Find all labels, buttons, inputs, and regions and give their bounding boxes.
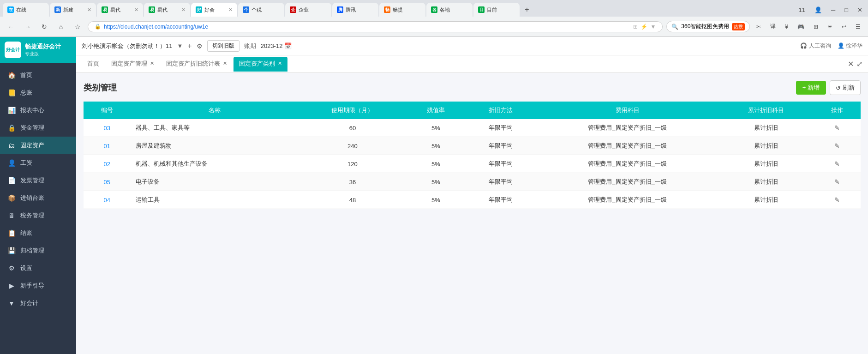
- sidebar-item-settings[interactable]: ⚙ 设置: [0, 259, 76, 277]
- nav-icon-reports: 📊: [7, 106, 16, 114]
- sidebar-logo: 好会计 畅捷通好会计 专业版: [0, 37, 76, 63]
- sidebar-item-more[interactable]: ▼ 好会计: [0, 294, 76, 312]
- dropdown-arrow[interactable]: ▼: [177, 42, 183, 49]
- edit-btn-0[interactable]: ✎: [834, 124, 840, 132]
- star-btn[interactable]: ☆: [71, 20, 84, 33]
- tab-title: 企业: [299, 6, 327, 13]
- nav-label-guide: 新手引导: [20, 282, 44, 290]
- nav-icon-fixed-assets: 🗂: [7, 141, 16, 150]
- cell-expense-2: 管理费用_固定资产折旧_一级: [536, 155, 718, 173]
- cell-edit-3[interactable]: ✎: [814, 173, 861, 191]
- browser-tab-tab7[interactable]: 企 企业: [285, 3, 331, 17]
- browser-tab-tab11[interactable]: 目 目前: [473, 3, 520, 17]
- edit-btn-4[interactable]: ✎: [834, 196, 840, 204]
- search-icon: 🔍: [671, 24, 678, 30]
- undo-tool[interactable]: ↩: [839, 23, 849, 31]
- sidebar-item-reports[interactable]: 📊 报表中心: [0, 102, 76, 119]
- page-tab-label-home: 首页: [87, 60, 99, 68]
- cell-edit-4[interactable]: ✎: [814, 191, 861, 209]
- cell-edit-0[interactable]: ✎: [814, 119, 861, 137]
- tab-close-icon[interactable]: ✕: [181, 7, 186, 13]
- user-avatar[interactable]: 👤 徐泽华: [838, 42, 862, 50]
- settings-gear-icon[interactable]: ⚙: [197, 42, 203, 50]
- menu-tool[interactable]: ☰: [853, 23, 863, 31]
- translate-tool[interactable]: 译: [767, 22, 778, 31]
- edit-btn-2[interactable]: ✎: [834, 160, 840, 168]
- cell-edit-1[interactable]: ✎: [814, 137, 861, 155]
- minimize-btn[interactable]: ─: [828, 6, 838, 14]
- tab-close-icon[interactable]: ✕: [87, 7, 91, 13]
- browser-tab-tab9[interactable]: 畅 畅提: [379, 3, 425, 17]
- cell-id-3[interactable]: 05: [84, 173, 130, 191]
- add-account-btn[interactable]: +: [187, 42, 192, 50]
- home-btn[interactable]: ⌂: [54, 20, 67, 33]
- cell-id-4[interactable]: 04: [84, 191, 130, 209]
- browser-tab-tab3[interactable]: 易 易代 ✕: [97, 3, 143, 17]
- add-button[interactable]: + 新增: [796, 81, 826, 95]
- table-row: 02 机器、机械和其他生产设备 120 5% 年限平均 管理费用_固定资产折旧_…: [84, 155, 861, 173]
- grid-tool[interactable]: ⊞: [811, 23, 821, 31]
- sidebar-item-payroll[interactable]: 👤 工资: [0, 154, 76, 172]
- sidebar-item-guide[interactable]: ▶ 新手引导: [0, 277, 76, 294]
- page-tab-depreciation-table[interactable]: 固定资产折旧统计表 ✕: [161, 57, 233, 72]
- close-window-icon[interactable]: ✕: [848, 60, 854, 68]
- page-tab-fixed-asset-mgmt[interactable]: 固定资产管理 ✕: [106, 57, 160, 72]
- sidebar-item-inventory[interactable]: 📦 进销台账: [0, 189, 76, 207]
- page-tab-close-depreciation-table[interactable]: ✕: [223, 60, 227, 66]
- tab-close-icon[interactable]: ✕: [228, 7, 233, 13]
- browser-tab-tab2[interactable]: 新 新建 ✕: [50, 3, 96, 17]
- scissor-tool[interactable]: ✂: [754, 23, 764, 31]
- sidebar-item-tax-mgmt[interactable]: 🖥 税务管理: [0, 207, 76, 224]
- edit-btn-3[interactable]: ✎: [834, 178, 840, 186]
- cell-id-1[interactable]: 01: [84, 137, 130, 155]
- nav-label-more: 好会计: [20, 299, 38, 307]
- forward-btn[interactable]: →: [21, 20, 34, 33]
- page-tab-asset-category[interactable]: 固定资产类别 ✕: [233, 57, 287, 72]
- sidebar-item-fund-mgmt[interactable]: 🔒 资金管理: [0, 119, 76, 137]
- page-tab-close-asset-category[interactable]: ✕: [278, 60, 282, 66]
- sidebar-item-general-ledger[interactable]: 📒 总账: [0, 84, 76, 102]
- currency-tool[interactable]: ¥: [782, 23, 791, 31]
- sidebar-item-home[interactable]: 🏠 首页: [0, 66, 76, 84]
- calendar-icon[interactable]: 📅: [284, 42, 292, 49]
- page-tab-home[interactable]: 首页: [82, 57, 105, 72]
- tab-close-icon[interactable]: ✕: [134, 7, 138, 13]
- sidebar-nav: 🏠 首页 📒 总账 📊 报表中心 🔒 资金管理 🗂 固定资产 👤 工资 📄 发票…: [0, 63, 76, 354]
- new-tab-btn[interactable]: +: [521, 3, 533, 16]
- maximize-btn[interactable]: □: [842, 6, 851, 14]
- browser-tab-tab1[interactable]: 在 在线: [3, 3, 49, 17]
- tab-count-badge: 11: [796, 6, 808, 14]
- url-bar[interactable]: 🔒 https://cloud.chanjet.com/accounting/u…: [88, 21, 663, 32]
- page-tab-close-fixed-asset-mgmt[interactable]: ✕: [150, 60, 154, 66]
- expand-window-icon[interactable]: ⤢: [856, 60, 862, 68]
- tab-favicon: 畅: [384, 6, 390, 13]
- cell-id-2[interactable]: 02: [84, 155, 130, 173]
- sidebar-item-archive-mgmt[interactable]: 💾 归档管理: [0, 242, 76, 259]
- top-bar-right: 🎧 人工咨询 👤 徐泽华: [800, 42, 862, 50]
- sidebar-item-invoice-mgmt[interactable]: 📄 发票管理: [0, 172, 76, 189]
- sun-tool[interactable]: ☀: [825, 23, 835, 31]
- refresh-button[interactable]: ↺ 刷新: [830, 80, 861, 95]
- browser-tab-tab4[interactable]: 易 易代 ✕: [144, 3, 190, 17]
- sidebar-item-fixed-assets[interactable]: 🗂 固定资产: [0, 137, 76, 154]
- cell-id-0[interactable]: 03: [84, 119, 130, 137]
- game-tool[interactable]: 🎮: [795, 23, 807, 31]
- cell-period-2: 120: [299, 155, 406, 173]
- section-header: 类别管理 + 新增 ↺ 刷新: [84, 80, 861, 95]
- search-box[interactable]: 🔍 360智能抠图免费用 热搜: [666, 21, 750, 32]
- table-header: 编号名称使用期限（月）残值率折旧方法费用科目累计折旧科目操作: [84, 102, 861, 119]
- cell-edit-2[interactable]: ✎: [814, 155, 861, 173]
- refresh-btn[interactable]: ↻: [38, 20, 51, 33]
- browser-tab-tab6[interactable]: 个 个税: [238, 3, 284, 17]
- browser-tab-tab10[interactable]: 各 各地: [426, 3, 473, 17]
- edit-btn-1[interactable]: ✎: [834, 142, 840, 150]
- service-btn[interactable]: 🎧 人工咨询: [800, 42, 831, 50]
- switch-old-btn[interactable]: 切到旧版: [207, 40, 239, 52]
- back-btn[interactable]: ←: [5, 20, 18, 33]
- close-browser-btn[interactable]: ✕: [855, 6, 865, 14]
- hot-tag: 热搜: [732, 23, 745, 30]
- sidebar-item-settlement[interactable]: 📋 结账: [0, 224, 76, 242]
- profile-icon[interactable]: 👤: [812, 6, 825, 14]
- browser-tab-tab5[interactable]: 好 好会 ✕: [191, 3, 237, 17]
- browser-tab-tab8[interactable]: 腾 腾讯: [332, 3, 378, 17]
